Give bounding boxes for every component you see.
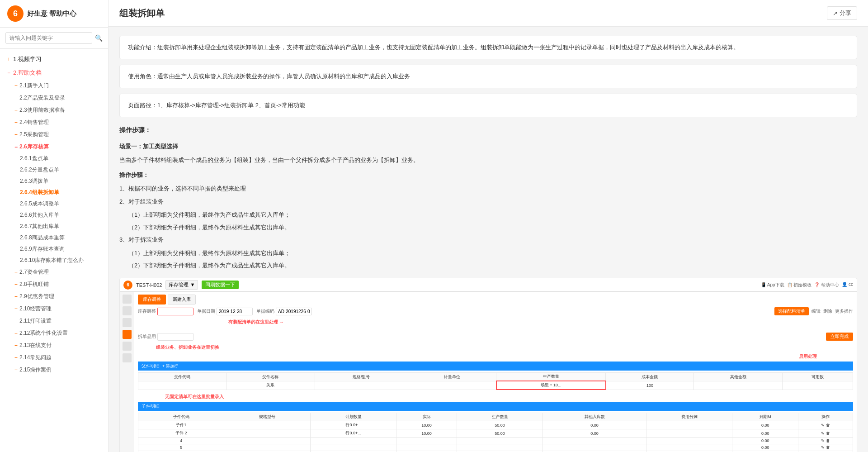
annotation-area-2: 组装业务、拆卸业务在这里切换 <box>138 343 853 351</box>
step3-sub2: （2）下部明细为子件明细，最终作为产成品生成其它入库单。 <box>119 260 857 271</box>
annotation-switch: 组装业务、拆卸业务在这里切换 <box>138 345 219 350</box>
app-form-date: 单据日期 <box>197 308 253 315</box>
share-icon: ↗ <box>833 10 838 17</box>
sidebar-item-print[interactable]: + 2.11打印设置 <box>0 315 108 327</box>
app-form-type-input[interactable] <box>157 308 193 315</box>
app-topbar: 6 TEST-H002 库存管理 ▼ 同期数据一下 📱 App下载 📋 初始模板… <box>120 278 857 292</box>
step3-sub1: （1）上部明细为父件明细，最终作为原材料生成其它出库单； <box>119 248 857 258</box>
sidebar-item-inventory-fix[interactable]: 2.6.10库存账本错了怎么办 <box>0 255 108 266</box>
sidebar-item-docs[interactable]: − 2.帮助文档 <box>0 66 108 80</box>
app-main-form: 库存调整 新建入库 库存调整 单据日期 <box>134 292 857 452</box>
sidebar-item-customize[interactable]: + 2.12系统个性化设置 <box>0 327 108 339</box>
main-content: 组装拆卸单 ↗ 分享 功能介绍：组装拆卸单用来处理企业组装或拆卸等加工业务，支持… <box>108 0 868 452</box>
app-sync-btn[interactable]: 同期数据一下 <box>202 281 239 289</box>
step3: 3、对于拆装业务 <box>119 234 857 245</box>
app-section-bar-parent: 父件明细 + 添加行 <box>138 362 853 371</box>
sidebar-item-inventory-query[interactable]: 2.6.9库存账本查询 <box>0 243 108 255</box>
app-form-date-input[interactable] <box>217 308 253 315</box>
app-more-link[interactable]: 更多操作 <box>835 308 853 314</box>
app-form-split-input[interactable] <box>157 333 193 341</box>
main-header: 组装拆卸单 ↗ 分享 <box>108 0 868 27</box>
app-sidebar-icon-6 <box>123 353 132 362</box>
sidebar: 6 好生意 帮助中心 🔍 + 1.视频学习 − 2.帮助文档 + 2.1新手入门… <box>0 0 108 452</box>
sidebar-item-transfer[interactable]: 2.6.3调拨单 <box>0 176 108 187</box>
app-delete-link[interactable]: 删除 <box>823 308 832 314</box>
app-tab-inbound[interactable]: 新建入库 <box>168 295 196 305</box>
app-edit-link[interactable]: 编辑 <box>811 308 821 314</box>
app-module-selector[interactable]: 库存管理 ▼ <box>165 280 198 290</box>
app-form-split: 拆单品用 <box>138 333 193 341</box>
ops-title: 操作步骤： <box>119 124 857 136</box>
app-test-id: TEST-H002 <box>136 282 162 288</box>
step2: 2、对于组装业务 <box>119 196 857 207</box>
app-sidebar-icon-5 <box>123 342 132 351</box>
sidebar-item-install[interactable]: + 2.2产品安装及登录 <box>0 92 108 104</box>
scenario1-desc: 当由多个子件材料组装成一个成品的业务为【组装】业务，当由一个父件拆分成多个子产品… <box>119 155 857 165</box>
step2-sub2: （2）下部明细为子件明细，最终作为原材料生成其它出库单。 <box>119 222 857 233</box>
app-child-table: 子件代码 规格型号 计划数量 实际 生产数量 其他入库数 费用分摊 到期M 操作 <box>138 413 853 452</box>
sidebar-item-purchase[interactable]: + 2.5采购管理 <box>0 128 108 141</box>
sidebar-header: 6 好生意 帮助中心 <box>0 0 108 28</box>
search-icon[interactable]: 🔍 <box>95 34 103 42</box>
app-form-code-input[interactable] <box>276 308 312 315</box>
app-form-row1: 库存调整 单据日期 单据编码 <box>138 307 853 315</box>
table-row: 4 0.00 ✎ 🗑 <box>138 438 853 444</box>
sidebar-item-other-out[interactable]: 2.6.7其他出库单 <box>0 221 108 232</box>
screenshot-container: 6 TEST-H002 库存管理 ▼ 同期数据一下 📱 App下载 📋 初始模板… <box>119 278 857 452</box>
annotation-batch: 无固定清单可在这里批量录入 <box>138 393 853 402</box>
sidebar-item-cost-adj[interactable]: 2.6.5成本调整单 <box>0 198 108 209</box>
sidebar-item-inventory[interactable]: − 2.6库存核算 <box>0 141 108 153</box>
app-tab-adjust[interactable]: 库存调整 <box>138 295 166 305</box>
app-form-code: 单据编码 <box>256 308 312 315</box>
sidebar-nav: + 1.视频学习 − 2.帮助文档 + 2.1新手入门 + 2.2产品安装及登录… <box>0 49 108 452</box>
sidebar-item-coupon[interactable]: + 2.9优惠券管理 <box>0 290 108 303</box>
sidebar-item-other-in[interactable]: 2.6.6其他入库单 <box>0 209 108 221</box>
sidebar-item-ops[interactable]: + 2.10经营管理 <box>0 303 108 315</box>
sidebar-item-payment[interactable]: + 2.13在线支付 <box>0 339 108 352</box>
app-section-bar-child: 子件明细 <box>138 402 853 411</box>
plus-icon: + <box>7 56 10 62</box>
sidebar-item-cost-recalc[interactable]: 2.6.8商品成本重算 <box>0 232 108 243</box>
sidebar-item-partial-stocktake[interactable]: 2.6.2分量盘点单 <box>0 164 108 176</box>
annotation-area-3: 启用处理 <box>138 352 853 360</box>
intro-block-2: 使用角色：通常由生产人员或库管人员完成拆装业务的操作，库管人员确认原材料的出库和… <box>119 65 857 88</box>
app-screenshot: 6 TEST-H002 库存管理 ▼ 同期数据一下 📱 App下载 📋 初始模板… <box>120 278 857 452</box>
app-sidebar-icon-1 <box>123 295 132 304</box>
page-title: 组装拆卸单 <box>119 7 165 19</box>
path-block: 页面路径：1、库存核算->库存管理->组装拆卸单 2、首页->常用功能 <box>119 94 857 117</box>
app-sidebar-icon-2 <box>123 306 132 315</box>
annotation-bom: 有装配清单的在这里处理 → <box>228 319 284 325</box>
intro-block-1: 功能介绍：组装拆卸单用来处理企业组装或拆卸等加工业务，支持有固定装配清单的产品加… <box>119 36 857 59</box>
app-btn-bom[interactable]: 选择配料清单 <box>774 307 809 315</box>
sidebar-item-data-prep[interactable]: + 2.3使用前数据准备 <box>0 104 108 116</box>
scenario1-title: 场景一：加工类型选择 <box>119 141 857 152</box>
app-body: 库存调整 新建入库 库存调整 单据日期 <box>120 292 857 452</box>
content-area: 功能介绍：组装拆卸单用来处理企业组装或拆卸等加工业务，支持有固定装配清单的产品加… <box>108 27 868 452</box>
sidebar-item-cases[interactable]: + 2.15操作案例 <box>0 364 108 376</box>
sidebar-item-newbie[interactable]: + 2.1新手入门 <box>0 80 108 92</box>
table-row: 子件 2 行0.0+... 10.00 50.00 0.00 0.00 ✎ 🗑 <box>138 429 853 438</box>
search-box: 🔍 <box>0 28 108 49</box>
table-row: 5 0.00 ✎ 🗑 <box>138 444 853 451</box>
app-btn-confirm[interactable]: 立即完成 <box>826 333 853 341</box>
sidebar-item-faq[interactable]: + 2.14常见问题 <box>0 352 108 364</box>
search-input[interactable] <box>5 32 92 44</box>
minus-icon: − <box>7 70 10 76</box>
app-form-type: 库存调整 <box>138 308 193 315</box>
sidebar-item-mobile[interactable]: + 2.8手机旺铺 <box>0 278 108 290</box>
app-add-row-icon[interactable]: + 添加行 <box>162 363 178 369</box>
sidebar-item-video[interactable]: + 1.视频学习 <box>0 52 108 66</box>
sidebar-item-assembly[interactable]: 2.6.4组装拆卸单 <box>0 187 108 198</box>
app-logo-sm: 6 <box>123 281 132 290</box>
app-parent-table: 父件代码 父件名称 规格/型号 计量单位 生产数量 成本金额 其他金额 可用数 <box>138 372 853 390</box>
annotation-area-1: 有装配清单的在这里处理 → <box>138 318 853 332</box>
share-button[interactable]: ↗ 分享 <box>827 6 857 20</box>
table-row: 关系 场里 + 10... 100 <box>138 381 853 390</box>
app-title: 好生意 帮助中心 <box>27 10 76 18</box>
sidebar-item-stocktake[interactable]: 2.6.1盘点单 <box>0 153 108 164</box>
ops-steps: 操作步骤： 场景一：加工类型选择 当由多个子件材料组装成一个成品的业务为【组装】… <box>119 124 857 271</box>
step2-sub1: （1）上部明细为父件明细，最终作为产成品生成其它入库单； <box>119 209 857 220</box>
app-sidebar-icon-4 <box>123 330 132 339</box>
sidebar-item-sales[interactable]: + 2.4销售管理 <box>0 116 108 128</box>
sidebar-item-finance[interactable]: + 2.7资金管理 <box>0 266 108 278</box>
